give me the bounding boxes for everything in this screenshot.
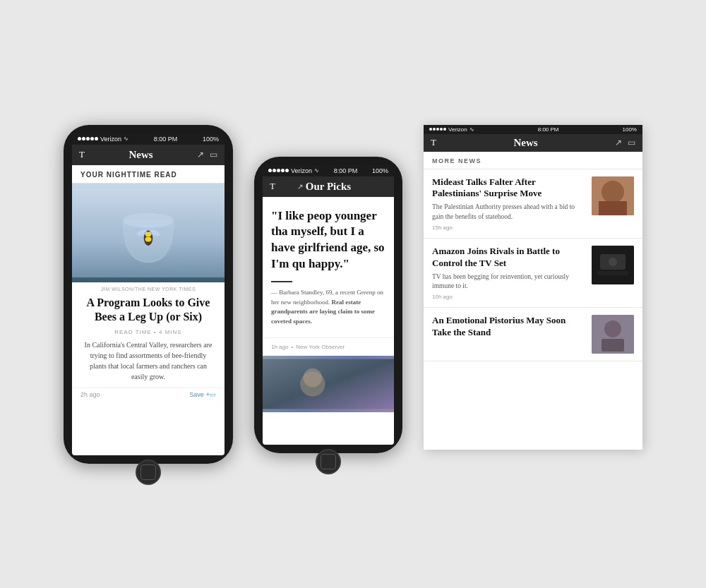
status-bar-3: Verizon ∿ 8:00 PM 100% (424, 125, 642, 134)
quote-divider (271, 281, 292, 282)
picks-source: New York Observer (296, 344, 345, 350)
article-description-1: In California's Central Valley, research… (72, 340, 225, 388)
status-bar-1: Verizon ∿ 8:00 PM 100% (72, 133, 225, 145)
news-item-text-1: Amazon Joins Rivals in Battle to Control… (432, 246, 585, 300)
svg-rect-12 (599, 201, 627, 215)
quote-attribution: — Barbara Standley, 69, a recent Greenp … (271, 288, 385, 326)
article-footer-1: 2h ago Save +▭ (72, 388, 225, 404)
time-3: 8:00 PM (538, 126, 559, 133)
share-icon-3[interactable]: ↗ (615, 138, 622, 148)
wifi-icon-2: ∿ (314, 167, 319, 174)
share-icon-1[interactable]: ↗ (197, 150, 204, 160)
section-label-1: YOUR NIGHTTIME READ (72, 165, 225, 184)
picks-content: "I like peop younger tha myself, but I a… (263, 197, 394, 338)
nyt-logo-3: T (431, 137, 436, 148)
article-image-1 (72, 184, 225, 282)
battery-3: 100% (623, 126, 637, 133)
news-thumb-2 (592, 315, 634, 354)
status-left-2: Verizon ∿ (268, 167, 319, 174)
carrier-2: Verizon (291, 167, 312, 174)
nav-icons-3: ↗ ▭ (615, 138, 635, 148)
wifi-3: ∿ (469, 126, 474, 133)
home-button-inner (140, 464, 156, 480)
carrier-3: Verizon (448, 126, 467, 133)
nav-icons-1: ↗ ▭ (197, 150, 217, 160)
quote-text: "I like peop younger tha myself, but I a… (271, 208, 385, 273)
news-title-2: An Emotional Pistorius May Soon Take the… (432, 315, 585, 339)
news-desc-0: The Palestinian Authority presses ahead … (432, 203, 585, 222)
nav-bar-2: T ↗ Our Picks (263, 176, 394, 197)
svg-rect-7 (263, 359, 394, 409)
content-area-2: "I like peop younger tha myself, but I a… (263, 197, 394, 445)
news-item-2[interactable]: An Emotional Pistorius May Soon Take the… (424, 308, 642, 361)
article-time-1: 2h ago (80, 391, 100, 398)
phone-1: Verizon ∿ 8:00 PM 100% T News ↗ ▭ YOUR N… (64, 125, 233, 464)
more-news-label: MORE NEWS (424, 152, 642, 169)
bookmark-icon-3[interactable]: ▭ (628, 138, 635, 148)
news-thumb-1 (592, 246, 634, 284)
wifi-icon: ∿ (124, 136, 128, 142)
nyt-logo-2: T (270, 181, 275, 192)
news-time-1: 10h ago (432, 294, 585, 300)
svg-point-11 (602, 181, 624, 203)
battery-2: 100% (372, 167, 388, 174)
picks-footer: 1h ago • New York Observer (263, 337, 394, 356)
phone-2: Verizon ∿ 8:00 PM 100% T ↗ Our Picks "I … (254, 157, 402, 453)
save-icon: +▭ (206, 391, 216, 398)
article-card-1[interactable]: JIM WILSON/THE NEW YORK TIMES A Program … (72, 184, 225, 404)
news-time-0: 15h ago (432, 224, 585, 231)
svg-point-16 (609, 258, 617, 266)
home-button-1[interactable] (136, 460, 161, 485)
time-display: 8:00 PM (154, 136, 178, 143)
svg-rect-19 (602, 339, 624, 352)
news-desc-1: TV has been begging for reinvention, yet… (432, 272, 585, 292)
our-picks-title: ↗ Our Picks (297, 181, 351, 193)
time-2: 8:00 PM (334, 167, 358, 174)
status-bar-2: Verizon ∿ 8:00 PM 100% (263, 165, 394, 176)
news-title-1: Amazon Joins Rivals in Battle to Control… (432, 246, 585, 270)
picks-thumbnail (263, 356, 394, 412)
signal-dots-2 (268, 169, 289, 172)
nyt-logo-1: T (79, 149, 85, 160)
news-item-text-2: An Emotional Pistorius May Soon Take the… (432, 315, 585, 342)
news-panel: Verizon ∿ 8:00 PM 100% T News ↗ ▭ MORE N… (424, 125, 642, 450)
read-time-label: READ TIME • 4 MINS (72, 328, 225, 340)
news-title-0: Mideast Talks Falter After Palestinians'… (432, 176, 585, 200)
news-item-1[interactable]: Amazon Joins Rivals in Battle to Control… (424, 239, 642, 308)
carrier-label: Verizon (100, 136, 121, 143)
content-area-1: YOUR NIGHTTIME READ (72, 165, 225, 455)
svg-point-9 (304, 368, 323, 388)
bookmark-icon-1[interactable]: ▭ (210, 150, 217, 160)
news-thumb-0 (592, 176, 634, 215)
nav-bar-3: T News ↗ ▭ (424, 134, 642, 152)
nav-bar-1: T News ↗ ▭ (72, 145, 225, 165)
nav-title-3: News (513, 137, 537, 149)
picks-time: 1h ago (271, 344, 288, 350)
battery-indicator: 100% (203, 136, 219, 143)
article-headline-1: A Program Looks to Give Bees a Leg Up (o… (72, 293, 225, 328)
signal-dots (78, 137, 98, 140)
article-photo-credit: JIM WILSON/THE NEW YORK TIMES (72, 282, 225, 293)
news-item-0[interactable]: Mideast Talks Falter After Palestinians'… (424, 169, 642, 239)
status-left-1: Verizon ∿ (78, 136, 128, 143)
home-button-2[interactable] (316, 449, 341, 474)
news-item-text-0: Mideast Talks Falter After Palestinians'… (432, 176, 585, 231)
nav-title-1: News (128, 149, 152, 161)
our-picks-arrow: ↗ (297, 183, 303, 191)
save-button-1[interactable]: Save +▭ (189, 391, 216, 398)
picks-dot: • (291, 344, 293, 350)
svg-point-18 (604, 320, 621, 337)
svg-rect-15 (597, 271, 628, 275)
